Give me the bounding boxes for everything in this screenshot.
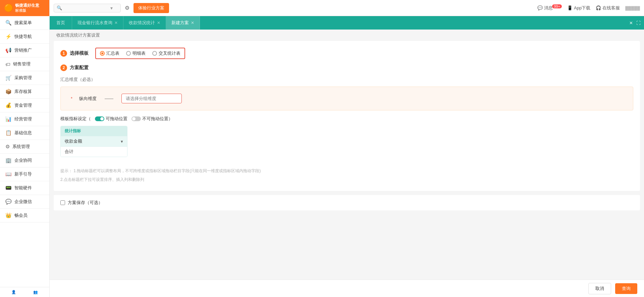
search-dropdown-icon[interactable]: ▾ xyxy=(110,5,113,11)
dimension-section-title: 汇总维度（必选） xyxy=(60,77,633,83)
sidebar-item-inventory[interactable]: 📦 库存核算 xyxy=(0,85,49,99)
sidebar-item-enterprise[interactable]: 🏢 企业协同 xyxy=(0,154,49,167)
sidebar-item-label: 资金管理 xyxy=(14,102,32,108)
sidebar-item-label: 企业协同 xyxy=(14,157,32,163)
tab-receipts-close[interactable]: ✕ xyxy=(157,20,160,25)
tab-home[interactable]: 首页 xyxy=(50,16,72,30)
tab-expand-icon[interactable]: ⛶ xyxy=(636,20,641,26)
tab-new-plan-label: 新建方案 xyxy=(171,20,189,26)
topbar: 🔍 ▾ ⚙ 体验行业方案 💬 消息 99+ 📱 App下载 🎧 在线客服 ▓▓▓… xyxy=(50,0,644,16)
tips-section: 提示： 1.拖动标题栏可以调整布局，不可跨维度或指标区域拖动栏目字段(只能在同一… xyxy=(60,167,633,184)
tip-1: 提示： 1.拖动标题栏可以调整布局，不可跨维度或指标区域拖动栏目字段(只能在同一… xyxy=(60,167,633,175)
tab-new-plan-close[interactable]: ✕ xyxy=(191,20,194,25)
form-section: 1 选择模板 汇总表 明细表 交叉统计表 xyxy=(54,41,640,191)
tab-receipts-label: 收款情况统计 xyxy=(129,20,155,26)
dimension-select-input[interactable] xyxy=(121,94,182,103)
sidebar-item-marketing[interactable]: 📢 营销推广 xyxy=(0,44,49,57)
user-info: ▓▓▓▓▓ xyxy=(625,6,640,10)
sidebar-item-sales[interactable]: 🏷 销售管理 xyxy=(0,57,49,71)
tab-home-label: 首页 xyxy=(56,20,65,26)
flash-icon: ⚡ xyxy=(5,34,12,40)
step2-badge: 2 xyxy=(60,64,67,71)
sidebar-item-purchase[interactable]: 🛒 采购管理 xyxy=(0,71,49,85)
indicator-row: 模板指标设定（ 可拖动位置 不可拖动位置） xyxy=(60,116,633,122)
dimension-arrow: —— xyxy=(105,96,113,101)
radio-cross-dot xyxy=(152,51,157,56)
draggable-label: 可拖动位置 xyxy=(106,116,127,122)
main-area: 🔍 ▾ ⚙ 体验行业方案 💬 消息 99+ 📱 App下载 🎧 在线客服 ▓▓▓… xyxy=(50,0,644,297)
non-draggable-toggle xyxy=(131,116,141,121)
radio-cross[interactable]: 交叉统计表 xyxy=(152,50,180,56)
messages-item[interactable]: 💬 消息 99+ xyxy=(537,5,562,11)
cancel-button[interactable]: 取消 xyxy=(588,283,611,294)
sidebar-avatar-2[interactable]: 👥 xyxy=(25,290,47,294)
non-draggable-indicator: 不可拖动位置） xyxy=(131,116,173,122)
save-checkbox[interactable] xyxy=(60,200,65,205)
tab-bank-flow-close[interactable]: ✕ xyxy=(114,20,118,25)
service-label: 在线客服 xyxy=(602,5,620,11)
step1-row: 1 选择模板 汇总表 明细表 交叉统计表 xyxy=(60,48,633,59)
sidebar-item-guide[interactable]: 📖 新手引导 xyxy=(0,167,49,181)
tab-close-icon[interactable]: ✕ xyxy=(629,20,633,26)
search-icon: 🔍 xyxy=(5,20,12,26)
sidebar-item-member[interactable]: 👑 畅会员 xyxy=(0,209,49,222)
sidebar-item-wechat[interactable]: 💬 企业微信 xyxy=(0,195,49,209)
sidebar-item-search[interactable]: 🔍 搜索菜单 xyxy=(0,16,49,30)
radio-detail-label: 明细表 xyxy=(132,50,146,56)
download-label: App下载 xyxy=(574,5,590,11)
stats-col1-header[interactable]: 收款金额 ▾ xyxy=(61,136,127,146)
sidebar-item-system[interactable]: ⚙ 系统管理 xyxy=(0,140,49,154)
guide-icon: 📖 xyxy=(5,171,12,177)
tab-receipts[interactable]: 收款情况统计 ✕ xyxy=(123,16,166,30)
indicator-title: 模板指标设定（ xyxy=(60,116,91,122)
topbar-search-box[interactable]: 🔍 ▾ xyxy=(54,4,121,12)
radio-detail[interactable]: 明细表 xyxy=(126,50,146,56)
radio-detail-dot xyxy=(126,51,131,56)
sidebar-item-label: 企业微信 xyxy=(14,199,32,205)
sidebar-item-hardware[interactable]: 📟 智能硬件 xyxy=(0,181,49,195)
step1-badge: 1 xyxy=(60,50,67,57)
stats-col1-dropdown[interactable]: ▾ xyxy=(121,139,123,144)
search-input[interactable] xyxy=(63,6,110,10)
tab-bank-flow[interactable]: 现金银行流水查询 ✕ xyxy=(72,16,123,30)
tab-new-plan[interactable]: 新建方案 ✕ xyxy=(166,16,200,30)
query-button[interactable]: 查询 xyxy=(615,283,637,294)
sidebar-item-finance[interactable]: 💰 资金管理 xyxy=(0,99,49,112)
step1-label: 选择模板 xyxy=(70,50,89,56)
sidebar-item-label: 系统管理 xyxy=(12,144,30,150)
marketing-icon: 📢 xyxy=(5,47,12,53)
sidebar-item-label: 基础信息 xyxy=(14,130,32,136)
sidebar-item-label: 库存核算 xyxy=(14,89,32,95)
radio-summary-label: 汇总表 xyxy=(106,50,119,56)
service-item[interactable]: 🎧 在线客服 xyxy=(596,5,620,11)
wechat-icon: 💬 xyxy=(5,199,12,205)
dimension-row: * 纵向维度 —— xyxy=(71,94,623,103)
download-icon: 📱 xyxy=(567,5,573,10)
sidebar-item-label: 搜索菜单 xyxy=(14,20,32,26)
required-mark: * xyxy=(71,96,72,101)
page-title: 收款情况统计方案设置 xyxy=(56,33,100,38)
sidebar-logo: 🟠 畅捷通好生意 标准版 xyxy=(0,0,49,16)
sidebar-item-basic-info[interactable]: 📋 基础信息 xyxy=(0,126,49,140)
system-icon: ⚙ xyxy=(5,144,10,150)
vertical-dimension-label: 纵向维度 xyxy=(79,96,97,102)
sidebar-item-label: 快捷导航 xyxy=(14,34,32,40)
service-icon: 🎧 xyxy=(596,5,601,10)
download-item[interactable]: 📱 App下载 xyxy=(567,5,590,11)
sidebar-avatar-1[interactable]: 👤 xyxy=(3,290,25,294)
sidebar: 🟠 畅捷通好生意 标准版 🔍 搜索菜单 ⚡ 快捷导航 📢 营销推广 🏷 销售管理… xyxy=(0,0,50,297)
sidebar-item-label: 智能硬件 xyxy=(14,185,32,191)
settings-icon[interactable]: ⚙ xyxy=(125,5,129,11)
sidebar-item-quick-nav[interactable]: ⚡ 快捷导航 xyxy=(0,30,49,44)
radio-summary[interactable]: 汇总表 xyxy=(100,50,119,56)
finance-icon: 💰 xyxy=(5,102,12,108)
tabs-window-controls: ✕ ⛶ xyxy=(626,16,644,30)
radio-cross-label: 交叉统计表 xyxy=(159,50,180,56)
trial-button[interactable]: 体验行业方案 xyxy=(133,3,169,13)
draggable-indicator: 可拖动位置 xyxy=(95,116,127,122)
sidebar-item-management[interactable]: 📊 经营管理 xyxy=(0,112,49,126)
logo-edition: 标准版 xyxy=(15,8,39,13)
sales-icon: 🏷 xyxy=(5,61,10,67)
tip-2: 2.点击标题栏下拉可设置排序、插入列和删除列 xyxy=(60,176,633,184)
messages-badge: 99+ xyxy=(552,4,562,8)
